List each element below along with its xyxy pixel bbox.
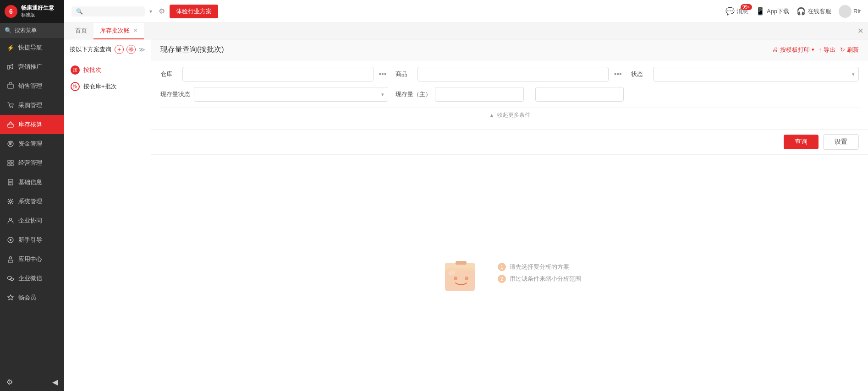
sidebar-item-wechat[interactable]: 企业微信	[0, 269, 64, 288]
empty-tip-2: 2 用过滤条件来缩小分析范围	[498, 275, 581, 283]
stock-amount-max-input[interactable]	[535, 87, 624, 102]
left-panel-actions: + ≫	[115, 45, 145, 54]
sidebar-item-marketing[interactable]: 营销推广	[0, 57, 64, 76]
online-service-action[interactable]: 🎧 在线客服	[797, 7, 831, 16]
sidebar: 6 畅康通好生意 标准版 🔍 搜索菜单 ⚡ 快捷导航 营销推广 销售管理	[0, 0, 64, 391]
sidebar-item-label: 采购管理	[18, 101, 42, 109]
headset-icon: 🎧	[797, 7, 806, 16]
left-panel-collapse-btn[interactable]: ≫	[138, 46, 145, 53]
new-guide-icon	[6, 236, 15, 244]
warehouse-more-icon[interactable]: •••	[377, 70, 389, 78]
sidebar-item-member[interactable]: 畅会员	[0, 288, 64, 307]
export-label: 导出	[824, 46, 835, 54]
svg-rect-16	[8, 260, 13, 262]
query-btn[interactable]: 查询	[784, 135, 819, 149]
sidebar-item-label: 企业微信	[18, 274, 42, 282]
topbar-gear-icon[interactable]: ⚙	[159, 7, 165, 16]
app-download-action[interactable]: 📱 App下载	[756, 7, 789, 16]
sidebar-item-finance[interactable]: 资金管理	[0, 134, 64, 153]
warehouse-input[interactable]	[182, 67, 374, 81]
sidebar-item-label: 营销推广	[18, 63, 42, 71]
scheme-label: 按仓库+批次	[83, 82, 117, 91]
svg-marker-19	[8, 295, 13, 300]
user-action[interactable]: Rit	[839, 5, 861, 18]
stock-status-select[interactable]: ▾	[194, 87, 388, 102]
print-btn[interactable]: 🖨 按模板打印 ▾	[772, 46, 814, 54]
stock-amount-label: 现存量（主）	[396, 90, 431, 98]
sidebar-item-operations[interactable]: 经营管理	[0, 153, 64, 173]
svg-rect-9	[11, 163, 13, 166]
stock-amount-min-input[interactable]	[435, 87, 523, 102]
status-select[interactable]: ▾	[653, 67, 859, 81]
filter-product: 商品 •••	[396, 67, 623, 81]
inventory-icon	[6, 120, 15, 129]
svg-rect-8	[8, 163, 10, 166]
marketing-icon	[6, 63, 15, 71]
range-separator: —	[527, 91, 533, 98]
sidebar-item-new-guide[interactable]: 新手引导	[0, 230, 64, 250]
quick-nav-icon: ⚡	[6, 43, 15, 52]
svg-rect-0	[7, 65, 10, 69]
scheme-active-icon: 按	[71, 65, 80, 75]
svg-point-25	[465, 277, 468, 280]
topbar-search-input[interactable]	[86, 8, 132, 15]
svg-point-11	[10, 201, 12, 203]
tip-num-2: 2	[498, 275, 506, 283]
settings-btn[interactable]: 设置	[823, 134, 859, 150]
scheme-settings-btn[interactable]	[126, 45, 136, 54]
warehouse-label: 仓库	[160, 70, 179, 78]
tab-home[interactable]: 首页	[69, 23, 93, 39]
product-more-icon[interactable]: •••	[612, 70, 624, 78]
wechat-icon	[6, 274, 15, 282]
sidebar-item-app-center[interactable]: 应用中心	[0, 250, 64, 269]
print-label: 按模板打印	[780, 46, 810, 54]
refresh-icon: ↻	[840, 46, 845, 53]
message-badge: 99+	[741, 4, 752, 10]
topbar-dropdown-icon[interactable]: ▾	[149, 8, 152, 15]
message-icon: 💬	[725, 7, 735, 16]
settings-icon[interactable]: ⚙	[6, 378, 13, 386]
svg-point-2	[10, 107, 11, 108]
sidebar-item-purchase[interactable]: 采购管理	[0, 96, 64, 115]
scheme-item-by-batch[interactable]: 按 按批次	[64, 62, 151, 78]
sidebar-item-label: 应用中心	[18, 255, 42, 263]
sidebar-item-system[interactable]: 系统管理	[0, 192, 64, 211]
sidebar-search[interactable]: 🔍 搜索菜单	[0, 23, 64, 38]
sidebar-item-label: 库存核算	[18, 120, 42, 129]
stock-amount-range: —	[435, 87, 623, 102]
sidebar-item-quick-nav[interactable]: ⚡ 快捷导航	[0, 38, 64, 57]
tip-num-1: 1	[498, 263, 506, 271]
page-title: 现存量查询(按批次)	[160, 45, 224, 54]
add-scheme-btn[interactable]: +	[115, 45, 124, 54]
operations-icon	[6, 159, 15, 167]
export-btn[interactable]: ↑ 导出	[819, 46, 836, 54]
tabbar-global-close-icon[interactable]: ✕	[857, 27, 863, 35]
search-icon: 🔍	[5, 27, 12, 34]
filter-warehouse: 仓库 •••	[160, 67, 388, 81]
filter-status: 状态 ▾	[631, 67, 859, 81]
refresh-btn[interactable]: ↻ 刷新	[840, 46, 859, 54]
sidebar-item-sales[interactable]: 销售管理	[0, 76, 64, 96]
svg-point-24	[454, 277, 457, 280]
sidebar-item-label: 经营管理	[18, 159, 42, 167]
member-icon	[6, 293, 15, 302]
tab-batch-account[interactable]: 库存批次账 ✕	[93, 23, 144, 39]
sidebar-item-inventory[interactable]: 库存核算	[0, 115, 64, 134]
sidebar-item-enterprise[interactable]: 企业协同	[0, 211, 64, 230]
svg-point-14	[10, 239, 11, 241]
message-action[interactable]: 💬 消息 99+	[725, 7, 748, 16]
experience-btn[interactable]: 体验行业方案	[170, 5, 218, 18]
search-label: 搜索菜单	[15, 27, 37, 34]
topbar-search-box[interactable]: 🔍	[71, 6, 145, 16]
sidebar-collapse-icon[interactable]: ◀	[52, 378, 58, 386]
sidebar-item-label: 企业协同	[18, 217, 42, 225]
tab-close-icon[interactable]: ✕	[133, 27, 137, 33]
collapse-more-conditions-btn[interactable]: ▲ 收起更多条件	[160, 107, 859, 123]
print-icon: 🖨	[772, 46, 778, 53]
left-panel-header: 按以下方案查询 + ≫	[64, 39, 151, 58]
sidebar-item-basic-info[interactable]: 基础信息	[0, 173, 64, 192]
empty-tips: 1 请先选择要分析的方案 2 用过滤条件来缩小分析范围	[498, 263, 581, 283]
sidebar-item-label: 销售管理	[18, 82, 42, 90]
scheme-item-by-warehouse-batch[interactable]: 按 按仓库+批次	[64, 78, 151, 95]
product-input[interactable]	[418, 67, 609, 81]
